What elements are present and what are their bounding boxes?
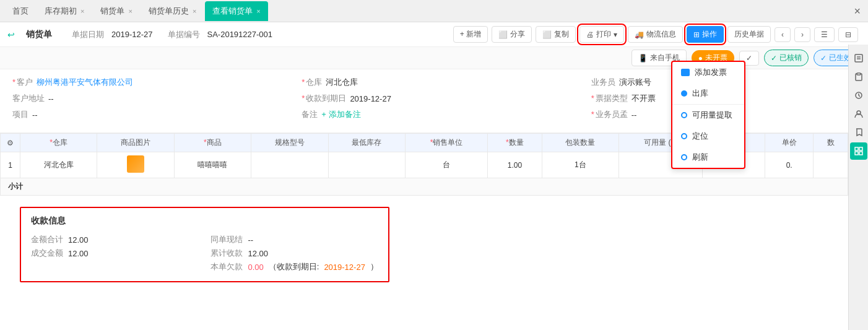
share-button[interactable]: ⬜ 分享 <box>492 26 532 43</box>
product-thumbnail <box>127 155 144 173</box>
balance-date: 2019-12-27 <box>324 263 365 272</box>
date-value: 2019-12-27 <box>111 30 153 39</box>
subtotal-label: 小计 <box>1 178 848 196</box>
warehouse-value: 河北仓库 <box>326 77 566 88</box>
sidebar-icon-1[interactable] <box>850 50 867 67</box>
svg-rect-9 <box>859 152 862 155</box>
tab-inventory-init[interactable]: 库存期初 × <box>37 1 92 21</box>
tab-sales-order[interactable]: 销货单 × <box>93 1 139 21</box>
due-date-label: 收款到期日 <box>302 93 346 104</box>
cumulative-row: 累计收款 12.00 <box>210 246 378 260</box>
sidebar-icon-2[interactable] <box>850 68 867 85</box>
prev-button[interactable]: ‹ <box>775 27 791 42</box>
list-view-button[interactable]: ☰ <box>814 27 835 42</box>
svg-rect-0 <box>855 54 862 62</box>
print-button[interactable]: 🖨 打印 ▾ <box>579 26 624 43</box>
row-product-img <box>97 152 174 178</box>
due-date-value: 2019-12-27 <box>350 94 566 103</box>
customer-value[interactable]: 柳州粤港平安气体有限公司 <box>37 77 277 88</box>
truck-icon: 🚚 <box>635 30 644 39</box>
sidebar-icon-3[interactable] <box>850 87 867 104</box>
sales-unit-col-header: *销售单位 <box>405 134 487 152</box>
doc-title: 销货单 <box>26 29 52 40</box>
confirmed-button[interactable]: ✓ 已核销 <box>764 50 809 66</box>
employee-label: 业务员 <box>591 77 615 88</box>
effective-icon: ✓ <box>820 54 827 63</box>
balance-label: 本单欠款 <box>210 261 243 272</box>
print-icon: 🖨 <box>586 30 594 39</box>
sidebar-icon-5[interactable] <box>850 124 867 141</box>
project-label: 项目 <box>12 109 28 120</box>
cumulative-label: 累计收款 <box>210 248 243 259</box>
main-content: ↩ 销货单 单据日期 2019-12-27 单据编号 SA-20191227-0… <box>0 22 868 330</box>
address-field: 客户地址 -- <box>12 93 277 104</box>
pack-qty-col-header: 包装数量 <box>542 134 618 152</box>
customer-field: 客户 柳州粤港平安气体有限公司 <box>12 77 277 88</box>
payment-wrapper: 收款信息 金额合计 12.00 成交金额 12.00 <box>0 196 868 293</box>
tab-view-sales-order[interactable]: 查看销货单 × <box>205 1 267 21</box>
address-value: -- <box>48 94 277 103</box>
row-product: 嘻嘻嘻嘻 <box>174 152 251 178</box>
outbound-item[interactable]: 出库 <box>672 83 744 104</box>
warehouse-field: 仓库 河北仓库 <box>302 77 566 88</box>
phone-icon: 📱 <box>638 54 648 63</box>
close-sales-order-history[interactable]: × <box>193 7 196 15</box>
unit-price-col-header: 单价 <box>765 134 813 152</box>
add-invoice-item[interactable]: 添加发票 <box>672 62 744 83</box>
close-view-sales-order[interactable]: × <box>256 7 260 15</box>
available-qty-item[interactable]: 可用量提取 <box>672 105 744 126</box>
sidebar-icon-4[interactable] <box>850 105 867 123</box>
doc-info: ↩ 销货单 单据日期 2019-12-27 单据编号 SA-20191227-0… <box>7 29 451 40</box>
grid-view-button[interactable]: ⊟ <box>838 27 858 42</box>
svg-rect-8 <box>855 152 858 155</box>
right-sidebar <box>848 45 868 330</box>
next-button[interactable]: › <box>794 27 810 42</box>
payment-grid: 金额合计 12.00 成交金额 12.00 同单现结 -- <box>31 233 378 274</box>
close-sales-order[interactable]: × <box>128 7 132 15</box>
spec-col-header: 规格型号 <box>251 134 328 152</box>
min-stock-col-header: 最低库存 <box>328 134 405 152</box>
available-qty-icon <box>681 112 687 118</box>
address-label: 客户地址 <box>12 93 45 104</box>
note-field: 备注 + 添加备注 <box>302 109 566 120</box>
number-value: SA-20191227-001 <box>207 30 273 39</box>
header-toolbar: ↩ 销货单 单据日期 2019-12-27 单据编号 SA-20191227-0… <box>0 22 868 47</box>
locate-item[interactable]: 定位 <box>672 126 744 147</box>
balance-note: （收款到期日: <box>269 261 319 272</box>
settings-col-header[interactable]: ⚙ <box>1 134 20 152</box>
tab-sales-order-history[interactable]: 销货单历史 × <box>141 1 204 21</box>
row-sales-unit: 台 <box>405 152 487 178</box>
refresh-item[interactable]: 刷新 <box>672 147 744 168</box>
close-inventory-init[interactable]: × <box>80 7 84 15</box>
total-row: 金额合计 12.00 <box>31 233 198 246</box>
row-warehouse: 河北仓库 <box>20 152 97 178</box>
transaction-row: 成交金额 12.00 <box>31 246 198 260</box>
logistics-button[interactable]: 🚚 物流信息 <box>628 26 683 43</box>
same-order-label: 同单现结 <box>210 234 243 245</box>
row-more <box>814 152 848 178</box>
add-note-button[interactable]: + 添加备注 <box>321 109 566 120</box>
due-date-field: 收款到期日 2019-12-27 <box>302 93 566 104</box>
payment-right: 同单现结 -- 累计收款 12.00 本单欠款 0.00 （收款到期日: 201… <box>210 233 378 274</box>
row-quantity: 1.00 <box>488 152 542 178</box>
window-close-button[interactable]: × <box>854 4 861 17</box>
operations-button[interactable]: ⊞ 操作 <box>687 26 724 43</box>
copy-button[interactable]: ⬜ 复制 <box>536 26 576 43</box>
quantity-col-header: *数量 <box>488 134 542 152</box>
same-order-row: 同单现结 -- <box>210 233 378 246</box>
balance-note-end: ） <box>370 261 378 272</box>
toolbar-actions: + 新增 ⬜ 分享 ⬜ 复制 🖨 打印 ▾ 🚚 物流信息 <box>453 26 858 43</box>
sidebar-icon-6[interactable] <box>850 142 867 160</box>
total-label: 金额合计 <box>31 234 63 245</box>
tab-bar: 首页 库存期初 × 销货单 × 销货单历史 × 查看销货单 × × <box>0 0 868 22</box>
project-field: 项目 -- <box>12 109 277 120</box>
warehouse-col-header: *仓库 <box>20 134 97 152</box>
total-value: 12.00 <box>68 235 89 245</box>
customer-label: 客户 <box>12 77 33 88</box>
payment-title: 收款信息 <box>31 215 378 227</box>
tab-home[interactable]: 首页 <box>5 1 36 21</box>
history-button[interactable]: 历史单据 <box>727 26 771 43</box>
balance-row: 本单欠款 0.00 （收款到期日: 2019-12-27 ） <box>210 260 378 274</box>
row-pack-qty: 1台 <box>542 152 618 178</box>
new-button[interactable]: + 新增 <box>453 26 488 43</box>
